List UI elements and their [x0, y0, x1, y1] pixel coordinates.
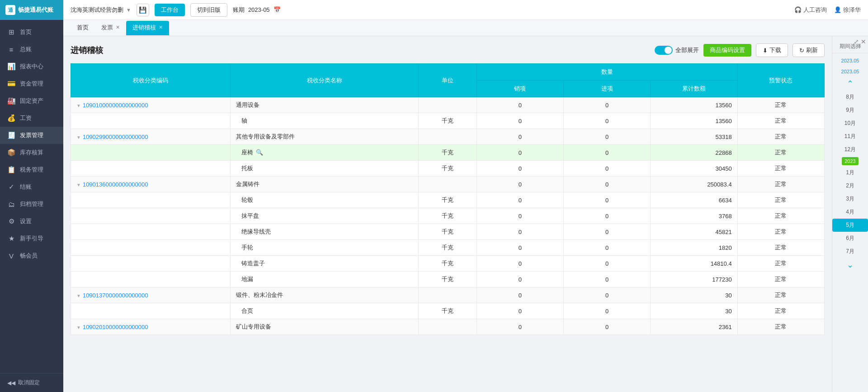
page-title: 进销稽核: [71, 45, 103, 56]
period-value: 2023-05: [248, 6, 270, 13]
period-item-2023-05-top[interactable]: 2023.05: [832, 55, 868, 66]
sidebar-item-member[interactable]: V 畅会员: [0, 247, 63, 264]
cell-unit: 千克: [419, 224, 476, 240]
expand-icon[interactable]: ▼: [76, 103, 81, 108]
period-up-arrow[interactable]: ⌃: [832, 77, 868, 91]
cell-status: 正常: [737, 97, 824, 113]
page-content: 进销稽核 全部展开 商品编码设置 ⬇ 下载 ↻ 刷新: [63, 36, 832, 392]
toggle-label: 全部展开: [675, 46, 699, 54]
sidebar-item-settlement[interactable]: ✓ 结账: [0, 178, 63, 196]
period-7[interactable]: 7月: [832, 245, 868, 258]
cell-cumulative: 6634: [651, 192, 737, 208]
expand-icon[interactable]: ▼: [76, 325, 81, 330]
col-header-unit: 单位: [419, 64, 476, 97]
sidebar-item-settings[interactable]: ⚙ 设置: [0, 213, 63, 230]
period-1[interactable]: 1月: [832, 166, 868, 179]
expand-icon[interactable]: ▼: [76, 135, 81, 140]
cell-purchase: 0: [563, 113, 650, 129]
cell-status: 正常: [737, 113, 824, 129]
toggle-knob[interactable]: [655, 46, 673, 55]
download-button[interactable]: ⬇ 下载: [756, 43, 788, 57]
table-row: ▼10902990000000000000 其他专用设备及零部件 0 0 533…: [71, 129, 825, 145]
tab-reconcile[interactable]: 进销稽核 ✕: [126, 21, 169, 35]
cell-sales: 0: [476, 161, 563, 177]
company-selector[interactable]: 沈海英测试经营勿删 ▼: [71, 6, 131, 14]
workbench-button[interactable]: 工作台: [155, 4, 185, 16]
cell-status: 正常: [737, 161, 824, 177]
sidebar-label-home: 首页: [20, 28, 32, 36]
tab-reconcile-close[interactable]: ✕: [159, 24, 163, 30]
user-profile-button[interactable]: 👤 徐泽华: [834, 6, 861, 14]
sidebar-item-tax[interactable]: 📋 税务管理: [0, 161, 63, 178]
cell-status: 正常: [737, 129, 824, 145]
logo-text: 畅捷通易代账: [18, 6, 53, 14]
data-table: 税收分类编码 税收分类名称 单位 数量 预警状态 销项 进项 累计数额: [71, 63, 825, 335]
customer-service-button[interactable]: 🎧 人工咨询: [794, 6, 827, 14]
sidebar-label-guide: 新手引导: [20, 234, 43, 243]
tab-invoices[interactable]: 发票 ✕: [95, 21, 126, 35]
calendar-icon[interactable]: 📅: [274, 6, 281, 13]
cell-name: 金属铸件: [230, 177, 419, 192]
cell-unit: [419, 287, 476, 303]
sidebar-item-funds[interactable]: 💳 资金管理: [0, 75, 63, 92]
cell-code: [71, 208, 231, 224]
sidebar-label-archive: 归档管理: [20, 200, 43, 208]
period-10[interactable]: 10月: [832, 117, 868, 130]
table-container: 税收分类编码 税收分类名称 单位 数量 预警状态 销项 进项 累计数额: [71, 63, 825, 385]
tab-home[interactable]: 首页: [71, 21, 95, 35]
sidebar-item-assets[interactable]: 🏭 固定资产: [0, 92, 63, 110]
sidebar-label-settings: 设置: [20, 217, 32, 225]
sidebar-label-reports: 报表中心: [20, 62, 43, 71]
sidebar: 通 畅捷通易代账 ⊞ 首页 ≡ 总账 📊 报表中心 💳 资金管理 🏭 固定资产 …: [0, 0, 63, 392]
table-row: 合页 千克 0 0 30 正常: [71, 303, 825, 319]
expand-icon[interactable]: ▼: [76, 293, 81, 298]
cell-cumulative: 30450: [651, 161, 737, 177]
period-4[interactable]: 4月: [832, 206, 868, 219]
sidebar-item-archive[interactable]: 🗂 归档管理: [0, 196, 63, 213]
sidebar-item-reports[interactable]: 📊 报表中心: [0, 58, 63, 75]
period-12[interactable]: 12月: [832, 143, 868, 156]
sidebar-item-guide[interactable]: ★ 新手引导: [0, 230, 63, 247]
cell-name: 矿山专用设备: [230, 319, 419, 335]
period-9[interactable]: 9月: [832, 104, 868, 117]
switch-version-button[interactable]: 切到旧版: [190, 3, 227, 17]
cell-sales: 0: [476, 240, 563, 256]
cell-unit: 千克: [419, 303, 476, 319]
period-6[interactable]: 6月: [832, 232, 868, 245]
cell-purchase: 0: [563, 97, 650, 113]
table-row: ▼10901360000000000000 金属铸件 0 0 250083.4 …: [71, 177, 825, 192]
period-2[interactable]: 2月: [832, 179, 868, 192]
sidebar-item-inventory[interactable]: 📦 库存核算: [0, 144, 63, 161]
tab-invoices-close[interactable]: ✕: [116, 24, 120, 30]
sidebar-item-payroll[interactable]: 💰 工资: [0, 110, 63, 127]
close-panel-button[interactable]: ✕: [861, 38, 866, 45]
expand-icon[interactable]: ▼: [76, 182, 81, 187]
period-5[interactable]: 5月: [832, 219, 868, 232]
save-icon: 💾: [139, 6, 146, 14]
sidebar-footer-unpin[interactable]: ◀◀ 取消固定: [0, 373, 63, 392]
period-item-2023-05-bot[interactable]: 2023.05: [832, 66, 868, 77]
sidebar-item-home[interactable]: ⊞ 首页: [0, 24, 63, 41]
period-3[interactable]: 3月: [832, 192, 868, 206]
cell-name: 绝缘导线壳: [230, 224, 419, 240]
period-8[interactable]: 8月: [832, 91, 868, 104]
expand-all-toggle[interactable]: 全部展开: [655, 46, 699, 55]
cell-code: ▼10901360000000000000: [71, 177, 231, 192]
sidebar-item-ledger[interactable]: ≡ 总账: [0, 41, 63, 58]
period-11[interactable]: 11月: [832, 130, 868, 143]
period-down-arrow[interactable]: ⌄: [832, 258, 868, 272]
cell-cumulative: 177230: [651, 272, 737, 287]
search-icon[interactable]: 🔍: [256, 149, 263, 156]
save-button[interactable]: 💾: [137, 4, 149, 16]
table-row: 托板 千克 0 0 30450 正常: [71, 161, 825, 177]
period-label: 账期: [233, 6, 245, 14]
expand-panel-button[interactable]: ⤢: [854, 38, 859, 45]
refresh-button[interactable]: ↻ 刷新: [793, 43, 825, 57]
topbar: 沈海英测试经营勿删 ▼ 💾 工作台 切到旧版 账期 2023-05 📅 🎧 人工…: [63, 0, 868, 20]
cell-name: 轮毂: [230, 192, 419, 208]
tab-reconcile-label: 进销稽核: [132, 24, 156, 32]
cell-unit: 千克: [419, 192, 476, 208]
sidebar-item-invoices[interactable]: 🧾 发票管理: [0, 127, 63, 144]
product-code-settings-button[interactable]: 商品编码设置: [703, 44, 751, 57]
cell-name: 铸造盖子: [230, 256, 419, 272]
